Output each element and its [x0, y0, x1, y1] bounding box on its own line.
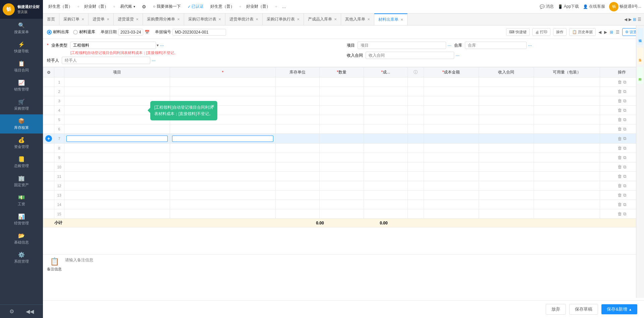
add-row-button[interactable]: +	[45, 135, 52, 142]
row-project-cell[interactable]	[64, 124, 170, 134]
nav-experience[interactable]: ○ 我要体验一下	[150, 2, 183, 11]
sidebar-item-operations[interactable]: 📊 经营管理	[0, 210, 43, 229]
tab-purchase-exec[interactable]: 采购订单执行表 ✕	[263, 13, 304, 25]
row-delete-icon[interactable]: 🗑	[618, 89, 622, 94]
nav-right-icon[interactable]: ▶	[604, 30, 607, 35]
tab-close-icon[interactable]: ✕	[177, 17, 180, 21]
row-project-cell[interactable]	[64, 181, 170, 191]
row-project-cell[interactable]	[64, 144, 170, 153]
tab-prev-icon[interactable]: ◀	[624, 17, 627, 22]
shortcut-key-button[interactable]: ⌨ 快捷键	[506, 28, 530, 36]
row-material-cell[interactable]	[170, 134, 276, 144]
row-material-cell[interactable]	[170, 172, 276, 181]
row-copy-icon[interactable]: ⧉	[623, 174, 626, 179]
sidebar-item-ledger[interactable]: 📒 总账管理	[0, 153, 43, 172]
row-project-cell[interactable]	[64, 87, 170, 96]
th-gear[interactable]: ⚙	[43, 67, 54, 77]
th-info[interactable]: ⓘ	[408, 67, 424, 77]
settings-icon[interactable]: ⚙	[9, 308, 14, 315]
right-panel-btn-3[interactable]: 附件	[637, 67, 643, 84]
tab-close-icon[interactable]: ✕	[400, 18, 403, 21]
nav-online-support[interactable]: 👤 在线客服	[583, 4, 605, 9]
row-project-cell[interactable]	[64, 153, 170, 162]
project-dots[interactable]: ···	[447, 43, 451, 48]
radio-material-out[interactable]: 材料出库	[47, 29, 69, 35]
tab-purchase-expense[interactable]: 采购费用分摊单 ✕	[143, 13, 184, 25]
row-project-cell[interactable]	[64, 209, 170, 219]
save-draft-button[interactable]: 保存草稿	[569, 304, 598, 315]
tab-home[interactable]: 首页	[43, 13, 59, 25]
discard-button[interactable]: 放弃	[546, 304, 566, 315]
nav-good-finance[interactable]: 好业财（普）	[82, 2, 111, 11]
tab-finished-goods[interactable]: 产成品入库单 ✕	[304, 13, 341, 25]
sidebar-item-system[interactable]: ⚙️ 系统管理	[0, 248, 43, 267]
row-copy-icon[interactable]: ⧉	[623, 89, 626, 94]
row-delete-icon[interactable]: 🗑	[618, 155, 622, 160]
gear-icon[interactable]: ⚙	[47, 70, 51, 75]
row-copy-icon[interactable]: ⧉	[623, 155, 626, 160]
operation-button[interactable]: 操作	[553, 28, 567, 36]
nav-good-business-2[interactable]: 好生意（普）	[208, 2, 237, 11]
row-material-cell[interactable]	[170, 162, 276, 172]
row-material-cell[interactable]	[170, 209, 276, 219]
sidebar-item-purchase[interactable]: 🛒 采购管理	[0, 95, 43, 114]
print-button[interactable]: 🖨 打印	[532, 28, 550, 36]
row-copy-icon[interactable]: ⧉	[623, 80, 626, 85]
row-material-cell[interactable]	[170, 200, 276, 209]
tab-close-icon[interactable]: ✕	[107, 17, 109, 21]
tab-grid-icon[interactable]: ⊞	[633, 17, 636, 22]
dropdown-icon[interactable]: ▾	[157, 43, 159, 48]
nav-app-download[interactable]: 📱 App下载	[558, 4, 579, 9]
row-project-cell[interactable]	[64, 191, 170, 200]
right-panel-btn-1[interactable]: 编辑	[637, 28, 643, 45]
row-delete-icon[interactable]: 🗑	[618, 117, 622, 122]
nav-settings-gear[interactable]: ⚙	[139, 3, 149, 11]
info-icon[interactable]: ⓘ	[414, 70, 418, 74]
row-delete-icon[interactable]: 🗑	[618, 80, 622, 85]
tab-incoming[interactable]: 进货单 ✕	[89, 13, 114, 25]
right-panel-btn-2[interactable]: 备注	[637, 48, 643, 64]
row-material-cell[interactable]	[170, 191, 276, 200]
row-copy-icon[interactable]: ⧉	[623, 98, 626, 104]
row-material-cell[interactable]	[170, 181, 276, 191]
warehouse-dots[interactable]: ···	[528, 43, 532, 48]
tab-other-inbound[interactable]: 其他入库单 ✕	[341, 13, 374, 25]
nav-message[interactable]: 💬 消息	[540, 4, 554, 9]
sidebar-item-finance[interactable]: 💰 资金管理	[0, 134, 43, 153]
tab-close-icon[interactable]: ✕	[218, 17, 221, 21]
row-delete-icon[interactable]: 🗑	[618, 98, 622, 103]
tab-close-icon[interactable]: ✕	[297, 17, 300, 21]
row-delete-icon[interactable]: 🗑	[618, 146, 622, 151]
radio-material-return[interactable]: 材料退库	[73, 29, 95, 35]
sidebar-item-shortcut[interactable]: ⚡ 快捷导航	[0, 38, 43, 57]
tab-incoming-stats[interactable]: 进货单统计表 ✕	[225, 13, 263, 25]
row-delete-icon[interactable]: 🗑	[618, 126, 622, 131]
row-material-input[interactable]	[172, 136, 273, 142]
handler-dots[interactable]: ···	[152, 58, 156, 63]
tab-close-icon[interactable]: ✕	[367, 17, 370, 21]
nav-good-finance-2[interactable]: 好业财（普）	[244, 2, 273, 11]
row-delete-icon[interactable]: 🗑	[618, 193, 622, 198]
row-copy-icon[interactable]: ⧉	[623, 108, 626, 113]
row-material-cell[interactable]	[170, 77, 276, 87]
tab-material-outbound[interactable]: 材料出库单 ✕	[374, 13, 408, 25]
row-project-cell[interactable]	[64, 162, 170, 172]
row-delete-icon[interactable]: 🗑	[618, 202, 622, 207]
tab-purchase-order[interactable]: 采购订单 ✕	[59, 13, 89, 25]
row-copy-icon[interactable]: ⧉	[623, 193, 626, 198]
row-copy-icon[interactable]: ⧉	[623, 117, 626, 122]
business-type-dots[interactable]: ···	[160, 43, 164, 48]
row-delete-icon[interactable]: 🗑	[618, 174, 622, 179]
tooltip-close-button[interactable]: ✕	[211, 103, 215, 110]
row-copy-icon[interactable]: ⧉	[623, 164, 626, 170]
business-type-input[interactable]	[70, 42, 156, 49]
tab-close-icon[interactable]: ✕	[256, 17, 258, 21]
row-copy-icon[interactable]: ⧉	[623, 211, 626, 217]
row-copy-icon[interactable]: ⧉	[623, 183, 626, 189]
row-project-input[interactable]	[66, 136, 168, 142]
sidebar-item-assets[interactable]: 🏢 固定资产	[0, 172, 43, 191]
row-delete-icon[interactable]: 🗑	[618, 211, 622, 216]
doc-num-value[interactable]: MD-20230324-001	[172, 29, 226, 36]
row-delete-icon[interactable]: 🗑	[618, 164, 622, 169]
tab-incoming-return[interactable]: 进货退货 ✕	[114, 13, 143, 25]
